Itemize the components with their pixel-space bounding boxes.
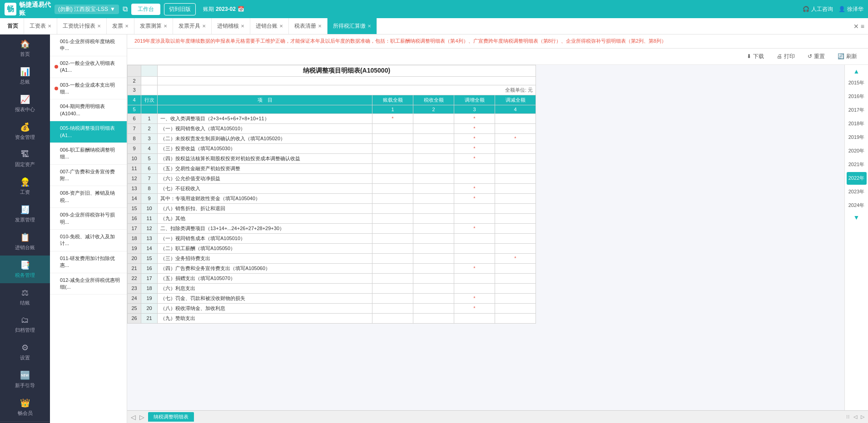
col-c-cell[interactable] — [372, 203, 413, 213]
list-item-008[interactable]: 008-资产折旧、摊销及纳税... — [50, 186, 127, 208]
user-menu[interactable]: 👤 徐泽华 — [838, 5, 863, 13]
sidebar-item-vip[interactable]: 👑 畅会员 — [0, 393, 50, 421]
close-icon[interactable]: ✕ — [125, 24, 129, 29]
sidebar-item-archive[interactable]: 🗂 归档管理 — [0, 311, 50, 338]
table-row[interactable]: 8 3 （二）未按权责发生制原则确认的收入（填写A105020） * * — [128, 133, 536, 143]
sidebar-item-capital[interactable]: 💰 资金管理 — [0, 118, 50, 145]
tab-invoice-calc[interactable]: 发票测算 ✕ — [134, 18, 173, 34]
list-item-001[interactable]: 001-企业所得税年度纳税申... — [50, 34, 127, 56]
refresh-button[interactable]: 🔄 刷新 — [834, 51, 861, 62]
col-d-cell[interactable] — [413, 113, 454, 123]
year-2019[interactable]: 2019年 — [847, 131, 867, 144]
year-2024[interactable]: 2024年 — [847, 199, 867, 212]
list-item-002[interactable]: 002-一般企业收入明细表(A1... — [50, 56, 127, 78]
col-d-cell[interactable] — [413, 163, 454, 173]
table-row[interactable]: 22 17 （五）捐赠支出（填写A105070） — [128, 273, 536, 283]
col-e-cell[interactable]: * — [454, 133, 495, 143]
sidebar-item-tax[interactable]: 📑 税务管理 — [0, 256, 50, 283]
list-item-011[interactable]: 011-研发费用加计扣除优惠... — [50, 251, 127, 273]
list-item-004[interactable]: 004-期间费用明细表(A1040... — [50, 99, 127, 121]
col-e-cell[interactable]: * — [454, 263, 495, 273]
table-row[interactable]: 16 11 （九）其他 — [128, 213, 536, 223]
year-nav-up[interactable]: ▲ — [850, 67, 863, 76]
workbench-button[interactable]: 工作台 — [131, 4, 160, 15]
col-f-cell[interactable] — [495, 303, 536, 313]
col-c-cell[interactable] — [372, 253, 413, 263]
sidebar-item-payroll[interactable]: 👷 工资 — [0, 172, 50, 200]
col-f-cell[interactable] — [495, 193, 536, 203]
col-e-cell[interactable]: * — [454, 123, 495, 133]
close-icon[interactable]: ✕ — [97, 24, 101, 29]
table-row[interactable]: 23 18 （六）利息支出 — [128, 283, 536, 293]
col-d-cell[interactable] — [413, 223, 454, 233]
table-row[interactable]: 14 9 其中：专项用途财政性资金（填写A105040） * — [128, 193, 536, 203]
col-e-cell[interactable] — [454, 213, 495, 223]
sidebar-item-report-center[interactable]: 📈 报表中心 — [0, 90, 50, 118]
col-d-cell[interactable] — [413, 213, 454, 223]
tab-payroll[interactable]: 工资表 ✕ — [24, 18, 57, 34]
list-item-012[interactable]: 012-减免企业所得税优惠明细(... — [50, 273, 127, 295]
year-2015[interactable]: 2015年 — [847, 77, 867, 89]
col-f-cell[interactable] — [495, 113, 536, 123]
col-d-cell[interactable] — [413, 273, 454, 283]
col-c-cell[interactable] — [372, 133, 413, 143]
list-item-005[interactable]: 005-纳税调整项目明细表(A1... — [50, 121, 127, 143]
table-row[interactable]: 7 2 （一）视同销售收入（填写A105010） * — [128, 123, 536, 133]
more-tabs-button[interactable]: ≡ — [861, 23, 864, 30]
col-f-cell[interactable] — [495, 123, 536, 133]
close-icon[interactable]: ✕ — [279, 24, 283, 29]
sidebar-item-purchase-sales[interactable]: 📋 进销台账 — [0, 228, 50, 256]
close-all-button[interactable]: ✕ — [853, 23, 859, 30]
help-button[interactable]: 🎧 人工咨询 — [803, 5, 833, 13]
reset-button[interactable]: ↺ 重置 — [804, 51, 828, 62]
tab-tax-list[interactable]: 税表清册 ✕ — [289, 18, 327, 34]
list-item-009[interactable]: 009-企业所得税弥补亏损明... — [50, 208, 127, 230]
col-e-cell[interactable] — [454, 233, 495, 243]
list-item-006[interactable]: 006-职工薪酬纳税调整明细... — [50, 143, 127, 165]
sidebar-item-guide[interactable]: 🆕 新手引导 — [0, 366, 50, 393]
close-icon[interactable]: ✕ — [164, 24, 167, 29]
close-icon[interactable]: ✕ — [241, 24, 244, 29]
tab-audit[interactable]: 进销稽核 ✕ — [212, 18, 250, 34]
col-e-cell[interactable]: * — [454, 303, 495, 313]
col-d-cell[interactable] — [413, 253, 454, 263]
col-c-cell[interactable] — [372, 313, 413, 323]
col-f-cell[interactable] — [495, 153, 536, 163]
col-d-cell[interactable] — [413, 283, 454, 293]
col-e-cell[interactable]: * — [454, 153, 495, 163]
col-f-cell[interactable]: * — [495, 253, 536, 263]
table-row[interactable]: 11 6 （五）交易性金融资产初始投资调整 — [128, 163, 536, 173]
list-item-010[interactable]: 010-免税、减计收入及加计... — [50, 230, 127, 251]
col-e-cell[interactable]: * — [454, 193, 495, 203]
col-e-cell[interactable]: * — [454, 223, 495, 233]
col-f-cell[interactable] — [495, 203, 536, 213]
unpin-button[interactable]: ◁◁ 取消固定 — [0, 421, 50, 423]
col-d-cell[interactable] — [413, 263, 454, 273]
sidebar-item-settings[interactable]: ⚙ 设置 — [0, 338, 50, 366]
table-row[interactable]: 20 15 （三）业务招待费支出 * — [128, 253, 536, 263]
table-row[interactable]: 6 1 一、收入类调整项目（2+3+4+5+6+7+8+10+11） * * — [128, 113, 536, 123]
year-2021[interactable]: 2021年 — [847, 158, 867, 171]
col-c-cell[interactable] — [372, 233, 413, 243]
table-row[interactable]: 24 19 （七）罚金、罚款和被没收财物的损失 * — [128, 293, 536, 303]
col-e-cell[interactable] — [454, 313, 495, 323]
list-item-007[interactable]: 007-广告费和业务宣传费附... — [50, 165, 127, 187]
col-c-cell[interactable] — [372, 173, 413, 183]
table-row[interactable]: 26 21 （九）赞助支出 — [128, 313, 536, 323]
col-c-cell[interactable] — [372, 303, 413, 313]
list-item-003[interactable]: 003-一般企业成本支出明细... — [50, 78, 127, 100]
col-e-cell[interactable] — [454, 253, 495, 263]
col-d-cell[interactable] — [413, 203, 454, 213]
table-row[interactable]: 19 14 （二）职工薪酬（填写A105050） — [128, 243, 536, 253]
table-row[interactable]: 10 5 （四）按权益法核算长期股权投资对初始投资成本调整确认收益 * — [128, 153, 536, 163]
tab-invoice-open[interactable]: 发票开具 ✕ — [173, 18, 212, 34]
col-d-cell[interactable] — [413, 303, 454, 313]
col-f-cell[interactable] — [495, 173, 536, 183]
table-row[interactable]: 17 12 二、扣除类调整项目（13+14+...24+26+27+28+29+… — [128, 223, 536, 233]
col-c-cell[interactable]: * — [372, 113, 413, 123]
sidebar-item-close-accounts[interactable]: ⚖ 结账 — [0, 283, 50, 311]
table-row[interactable]: 15 10 （八）销售折扣、折让和退回 — [128, 203, 536, 213]
year-2020[interactable]: 2020年 — [847, 145, 867, 157]
col-f-cell[interactable] — [495, 223, 536, 233]
col-c-cell[interactable] — [372, 123, 413, 133]
